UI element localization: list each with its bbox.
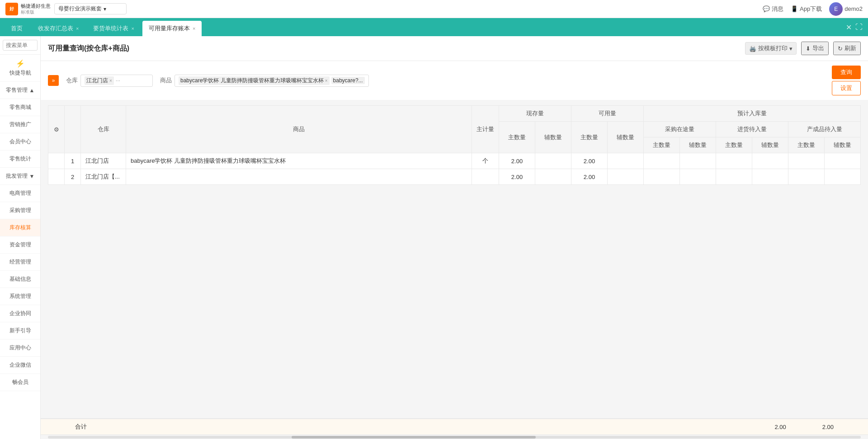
table-container: ⚙ 仓库 商品 主计量 现存量 可用量 预计入库量 主数量 辅数量 主数量 辅数… — [41, 100, 868, 418]
row-warehouse: 江北门店 — [81, 153, 126, 169]
avail-aux-qty-header: 辅数量 — [608, 122, 644, 153]
nav-tabs-bar: 首页 收发存汇总表 × 要货单统计表 × 可用量库存账本 × ✕ ⛶ — [0, 18, 868, 36]
settings-button[interactable]: 设置 — [832, 81, 861, 95]
row-purchase-aux — [680, 153, 716, 169]
close-window-icon[interactable]: ✕ — [846, 23, 852, 32]
purchase-main-qty-header: 主数量 — [644, 137, 680, 153]
sidebar-item-wholesale-mgmt[interactable]: 批发管理 ▼ — [0, 168, 40, 185]
sidebar-item-marketing[interactable]: 营销推广 — [0, 116, 40, 133]
row-product-main — [788, 169, 825, 185]
row-product: babycare学饮杯 儿童防摔防撞吸管杯重力球吸嘴杯宝宝水杯 — [126, 153, 472, 169]
available-qty-header: 可用量 — [571, 106, 644, 122]
export-button[interactable]: ⬇ 导出 — [801, 42, 829, 55]
filter-action-buttons: 查询 设置 — [832, 66, 861, 95]
sidebar-item-finance-mgmt[interactable]: 资金管理 — [0, 236, 40, 254]
row-current-main: 2.00 — [499, 153, 535, 169]
arrow-icon: ▼ — [29, 173, 35, 179]
scrollbar-thumb[interactable] — [292, 436, 535, 439]
product-main-qty-header: 主数量 — [788, 137, 825, 153]
row-no: 1 — [65, 153, 81, 169]
nav-right-buttons: ✕ ⛶ — [846, 23, 863, 32]
tenant-selector[interactable]: 母婴行业演示账套 ▾ — [54, 3, 127, 14]
sidebar-item-new-user-guide[interactable]: 新手引导 — [0, 322, 40, 340]
refresh-icon: ↻ — [838, 45, 843, 52]
warehouse-col-header: 仓库 — [81, 106, 126, 153]
expand-filter-button[interactable]: » — [48, 75, 59, 86]
sidebar-item-ecommerce-mgmt[interactable]: 电商管理 — [0, 185, 40, 202]
search-input[interactable] — [3, 40, 38, 51]
remove-product-tag-1[interactable]: × — [325, 78, 328, 83]
sidebar-item-inventory-check[interactable]: 库存核算 — [0, 219, 40, 236]
sidebar-item-member-center[interactable]: 会员中心 — [0, 133, 40, 151]
phone-icon: 📱 — [791, 5, 798, 12]
tab-receive-send[interactable]: 收发存汇总表 × — [32, 21, 85, 36]
row-inbound-aux — [752, 169, 788, 185]
refresh-button[interactable]: ↻ 刷新 — [833, 42, 861, 55]
current-stock-header: 现存量 — [499, 106, 571, 122]
warehouse-tag: 江北门店 × — [85, 76, 114, 85]
chevron-down-icon: ▾ — [789, 45, 793, 52]
sidebar-item-system-mgmt[interactable]: 系统管理 — [0, 288, 40, 305]
print-icon: 🖨️ — [749, 45, 756, 52]
maximize-icon[interactable]: ⛶ — [855, 23, 863, 32]
main-unit-col-header: 主计量 — [472, 106, 499, 153]
settings-col-header[interactable]: ⚙ — [48, 106, 65, 153]
sidebar-item-purchase-mgmt[interactable]: 采购管理 — [0, 202, 40, 219]
row-product-aux — [825, 153, 861, 169]
current-aux-qty-header: 辅数量 — [535, 122, 571, 153]
product-filter: 商品 babycare学饮杯 儿童防摔防撞吸管杯重力球吸嘴杯宝宝水杯 × bab… — [160, 75, 369, 87]
sidebar-item-retail-mgmt[interactable]: 零售管理 ▲ — [0, 82, 40, 99]
sidebar: ⚡ 快捷导航 零售管理 ▲ 零售商城 营销推广 会员中心 零售统计 批发管理 ▼ — [0, 36, 41, 439]
remove-warehouse-tag[interactable]: × — [109, 78, 112, 83]
close-tab-icon[interactable]: × — [131, 26, 134, 31]
close-tab-icon[interactable]: × — [193, 26, 195, 31]
tab-home[interactable]: 首页 — [4, 21, 30, 36]
message-button[interactable]: 💬 消息 — [763, 5, 783, 13]
tab-order-stats[interactable]: 要货单统计表 × — [87, 21, 140, 36]
product-tags-input[interactable]: babycare学饮杯 儿童防摔防撞吸管杯重力球吸嘴杯宝宝水杯 × babyca… — [175, 75, 369, 87]
sidebar-item-enterprise-wechat[interactable]: 企业微信 — [0, 357, 40, 374]
query-button[interactable]: 查询 — [832, 66, 861, 79]
avatar: E — [829, 2, 843, 16]
page-actions: 🖨️ 按模板打印 ▾ ⬇ 导出 ↻ 刷新 — [745, 42, 861, 55]
product-aux-qty-header: 辅数量 — [825, 137, 861, 153]
sidebar-item-app-center[interactable]: 应用中心 — [0, 340, 40, 357]
warehouse-filter: 仓库 江北门店 × ··· — [66, 75, 153, 87]
sidebar-item-retail-mall[interactable]: 零售商城 — [0, 99, 40, 116]
scrollbar-track[interactable] — [48, 436, 861, 439]
current-main-qty-header: 主数量 — [499, 122, 535, 153]
row-product-aux — [825, 169, 861, 185]
row-avail-aux — [608, 169, 644, 185]
total-available-main: 2.00 — [822, 424, 834, 430]
row-product — [126, 169, 472, 185]
close-tab-icon[interactable]: × — [76, 26, 79, 31]
inbound-aux-qty-header: 辅数量 — [752, 137, 788, 153]
total-current-main: 2.00 — [774, 424, 786, 430]
top-bar-right: 💬 消息 📱 App下载 E demo2 — [763, 2, 863, 16]
content-area: 可用量查询(按仓库+商品) 🖨️ 按模板打印 ▾ ⬇ 导出 ↻ 刷新 — [41, 36, 868, 439]
chevron-down-icon: ▾ — [104, 6, 106, 12]
purchase-aux-qty-header: 辅数量 — [680, 137, 716, 153]
sidebar-item-vip-member[interactable]: 畅会员 — [0, 374, 40, 391]
warehouse-tags-input[interactable]: 江北门店 × ··· — [80, 75, 153, 87]
app-download-button[interactable]: 📱 App下载 — [791, 5, 822, 13]
product-col-header: 商品 — [126, 106, 472, 153]
sidebar-item-retail-stats[interactable]: 零售统计 — [0, 151, 40, 168]
template-print-button[interactable]: 🖨️ 按模板打印 ▾ — [745, 42, 797, 55]
row-current-aux — [535, 169, 571, 185]
row-inbound-main — [716, 169, 752, 185]
tab-available-stock[interactable]: 可用量库存账本 × — [142, 21, 202, 36]
row-unit — [472, 169, 499, 185]
horizontal-scrollbar[interactable] — [41, 434, 868, 439]
row-avail-aux — [608, 153, 644, 169]
total-values: 2.00 2.00 — [774, 424, 861, 430]
table-row: 2 江北门店【... 2.00 2.00 — [48, 169, 861, 185]
logo-icon: 好 — [5, 3, 18, 15]
sidebar-item-operations-mgmt[interactable]: 经营管理 — [0, 254, 40, 271]
sidebar-item-enterprise-collab[interactable]: 企业协同 — [0, 305, 40, 322]
sidebar-item-quick-nav[interactable]: ⚡ 快捷导航 — [0, 55, 40, 82]
user-profile[interactable]: E demo2 — [829, 2, 863, 16]
sidebar-item-basic-info[interactable]: 基础信息 — [0, 271, 40, 288]
filter-row: » 仓库 江北门店 × ··· 商品 babycare学饮杯 儿童防摔防撞吸管杯… — [41, 61, 868, 100]
export-icon: ⬇ — [806, 45, 811, 52]
